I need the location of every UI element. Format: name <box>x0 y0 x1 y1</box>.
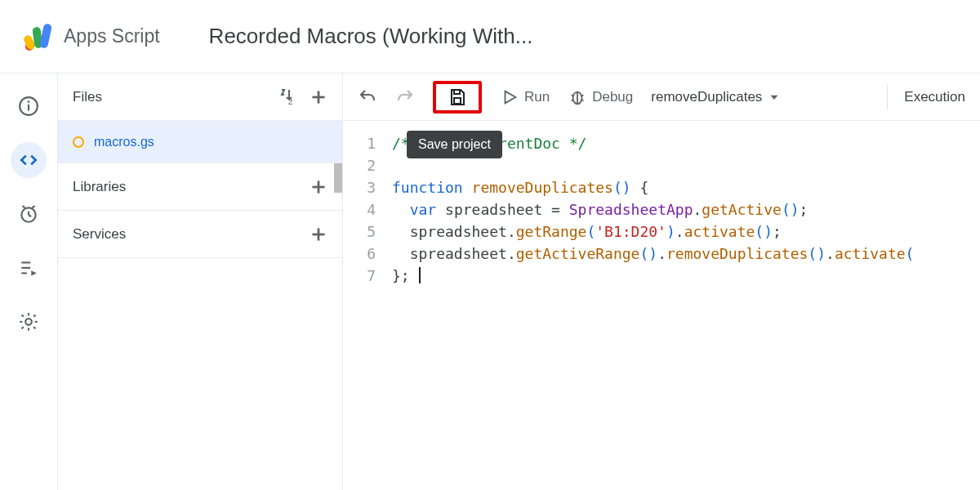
info-icon <box>18 96 39 117</box>
toolbar-divider <box>887 85 888 109</box>
save-tooltip: Save project <box>407 131 502 158</box>
undo-icon <box>358 87 377 107</box>
debug-button[interactable]: Debug <box>568 87 633 107</box>
app-logo[interactable]: Apps Script <box>23 20 160 53</box>
run-label: Run <box>524 89 550 105</box>
svg-line-11 <box>32 206 34 207</box>
svg-point-6 <box>28 100 30 103</box>
executions-icon <box>18 257 39 278</box>
svg-rect-24 <box>454 98 461 104</box>
rail-editor[interactable] <box>11 142 47 178</box>
save-button-highlight <box>433 81 482 114</box>
redo-button[interactable] <box>395 87 415 107</box>
svg-marker-33 <box>771 95 778 99</box>
function-selector[interactable]: removeDuplicates <box>651 89 782 105</box>
files-header: Files Z <box>58 74 342 121</box>
run-button[interactable]: Run <box>500 87 550 107</box>
nav-rail <box>0 74 57 490</box>
libraries-label: Libraries <box>73 179 126 195</box>
editor-toolbar: Run Debug removeDuplicates Execution <box>343 74 980 121</box>
scrollbar-thumb[interactable] <box>334 163 342 193</box>
sort-icon[interactable]: Z <box>277 87 296 108</box>
services-row[interactable]: Services <box>58 211 342 258</box>
svg-line-10 <box>22 206 24 207</box>
app-header: Apps Script Recorded Macros (Working Wit… <box>0 0 980 74</box>
svg-text:Z: Z <box>288 98 293 106</box>
add-file-icon[interactable] <box>308 87 329 108</box>
rail-settings[interactable] <box>11 304 47 340</box>
services-label: Services <box>73 226 126 243</box>
line-gutter: 1234567 <box>343 121 384 490</box>
svg-point-16 <box>25 318 32 325</box>
libraries-row[interactable]: Libraries <box>58 163 342 211</box>
chevron-down-icon <box>767 90 782 105</box>
svg-marker-26 <box>506 91 516 103</box>
undo-button[interactable] <box>358 87 377 107</box>
gear-icon <box>18 311 39 332</box>
debug-icon <box>568 87 587 107</box>
function-name: removeDuplicates <box>651 89 762 105</box>
play-icon <box>500 87 519 107</box>
add-service-icon[interactable] <box>308 224 329 245</box>
rail-executions[interactable] <box>11 250 47 286</box>
execution-log-button[interactable]: Execution <box>904 89 965 105</box>
code-editor[interactable]: 1234567 /** @OnlyCurrentDoc */ function … <box>343 121 980 490</box>
clock-icon <box>18 203 39 225</box>
svg-line-9 <box>29 215 31 216</box>
add-library-icon[interactable] <box>308 176 329 198</box>
files-label: Files <box>73 89 102 105</box>
apps-script-logo-icon <box>23 20 56 53</box>
save-icon <box>448 87 467 107</box>
app-name: Apps Script <box>64 25 160 47</box>
file-item-macros[interactable]: macros.gs <box>58 121 342 163</box>
redo-icon <box>395 87 415 107</box>
rail-triggers[interactable] <box>11 196 47 232</box>
debug-label: Debug <box>592 89 633 105</box>
save-button[interactable] <box>448 87 467 107</box>
code-area[interactable]: /** @OnlyCurrentDoc */ function removeDu… <box>384 121 914 490</box>
svg-rect-25 <box>454 90 460 94</box>
rail-overview[interactable] <box>11 88 47 124</box>
unsaved-indicator-icon <box>73 136 84 148</box>
file-name: macros.gs <box>94 135 154 149</box>
svg-marker-15 <box>31 270 37 276</box>
files-sidebar: Files Z macros.gs Libraries <box>57 74 343 490</box>
project-title[interactable]: Recorded Macros (Working With... <box>209 24 533 49</box>
code-icon <box>18 149 39 171</box>
